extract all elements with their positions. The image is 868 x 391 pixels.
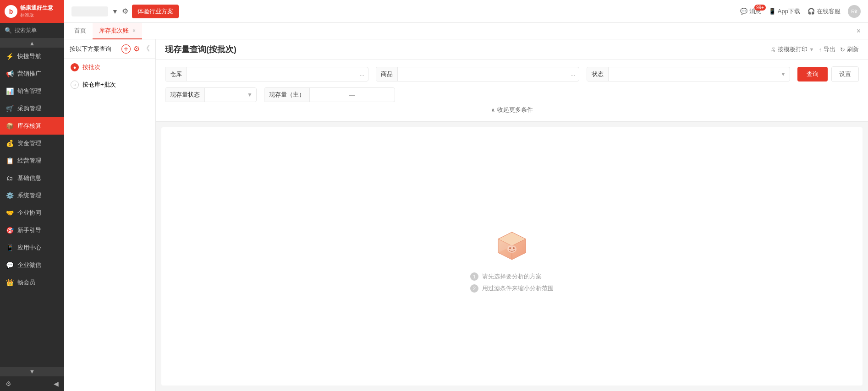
print-button[interactable]: 🖨 按模板打印 ▼ [770, 45, 814, 54]
svg-point-5 [509, 247, 511, 249]
sidebar-item-quick-nav[interactable]: ⚡ 快捷导航 [0, 48, 64, 65]
hint-num-1: 1 [470, 272, 478, 281]
topbar-gear-icon[interactable]: ⚙ [122, 7, 128, 16]
topbar-right: 💬 消息 99+ 📱 App下载 🎧 在线客服 Rit [740, 5, 861, 18]
panel-collapse-icon[interactable]: 《 [143, 44, 150, 54]
scheme-by-warehouse-batch-label: 按仓库+批次 [82, 81, 116, 89]
sidebar-title: 畅康通好生意 标准版 [20, 5, 53, 18]
sidebar-item-system[interactable]: ⚙️ 系统管理 [0, 187, 64, 204]
empty-illustration [489, 221, 535, 262]
stock-qty-from-input[interactable] [310, 92, 346, 98]
tab-close-icon[interactable]: × [132, 28, 136, 33]
sidebar-item-finance[interactable]: 💰 资金管理 [0, 135, 64, 152]
sidebar-item-label: 库存核算 [17, 122, 41, 130]
app-download-icon: 📱 [769, 8, 776, 15]
quick-nav-icon: ⚡ [5, 52, 14, 60]
sidebar-item-purchase[interactable]: 🛒 采购管理 [0, 100, 64, 117]
warehouse-label: 仓库 [165, 67, 187, 81]
sidebar-item-app[interactable]: 📱 应用中心 [0, 239, 64, 256]
export-icon: ↑ [819, 46, 822, 53]
sidebar-item-member[interactable]: 👑 畅会员 [0, 274, 64, 291]
basic-icon: 🗂 [5, 174, 14, 182]
product-more-icon[interactable]: ... [567, 71, 579, 77]
filter-area: 仓库 ... 商品 ... 状态 ▼ 查询 [156, 60, 868, 122]
sidebar-item-label: 销售管理 [17, 87, 41, 95]
sidebar-item-label: 快捷导航 [17, 52, 41, 60]
tab-close-all-button[interactable]: × [853, 27, 864, 35]
search-icon: 🔍 [5, 27, 12, 34]
print-dropdown-icon[interactable]: ▼ [809, 47, 814, 52]
refresh-button[interactable]: ↻ 刷新 [840, 45, 859, 54]
sidebar-item-label: 畅会员 [17, 278, 35, 287]
add-scheme-button[interactable]: + [121, 44, 131, 54]
tab-home[interactable]: 首页 [68, 23, 93, 39]
sidebar-item-label: 系统管理 [17, 191, 41, 200]
stock-status-field: 现存量状态 ▼ [165, 87, 257, 102]
status-dropdown-icon[interactable]: ▼ [777, 71, 790, 77]
page-header: 现存量查询(按批次) 🖨 按模板打印 ▼ ↑ 导出 ↻ 刷新 [156, 39, 868, 60]
sidebar-item-guide[interactable]: 🎯 新手引导 [0, 222, 64, 239]
scheme-item-by-warehouse-batch[interactable]: ○ 按仓库+批次 [64, 76, 155, 93]
print-icon: 🖨 [770, 46, 776, 53]
sidebar-item-label: 资金管理 [17, 139, 41, 147]
experience-btn[interactable]: 体验行业方案 [132, 5, 179, 18]
settings-button[interactable]: 设置 [831, 66, 859, 82]
scheme-settings-icon[interactable]: ⚙ [133, 44, 140, 53]
sidebar-scroll-up[interactable]: ▲ [0, 38, 64, 48]
product-input[interactable] [398, 71, 567, 78]
sidebar-item-sales[interactable]: 📊 销售管理 [0, 82, 64, 100]
wechat-icon: 💬 [5, 261, 14, 269]
user-item[interactable]: Rit [848, 5, 861, 18]
hint-text-2: 用过滤条件来缩小分析范围 [482, 284, 554, 293]
sidebar-item-operations[interactable]: 📋 经营管理 [0, 152, 64, 169]
scheme-item-by-batch[interactable]: ● 按批次 [64, 59, 155, 76]
app-download-item[interactable]: 📱 App下载 [769, 7, 800, 16]
warehouse-input[interactable] [187, 71, 356, 78]
topbar: ▼ ⚙ 体验行业方案 💬 消息 99+ 📱 App下载 🎧 在线客服 Rit [64, 0, 868, 23]
sidebar-item-wechat[interactable]: 💬 企业微信 [0, 256, 64, 274]
topbar-dropdown-button[interactable]: ▼ [112, 8, 118, 15]
settings-bottom-icon[interactable]: ⚙ [5, 380, 11, 387]
content-area: 按以下方案查询 + ⚙ 《 ● 按批次 ○ 按仓库+批次 现存量查询(按批次) [64, 39, 868, 391]
sidebar-scroll-down[interactable]: ▼ [0, 367, 64, 376]
product-field: 商品 ... [376, 67, 579, 81]
breadcrumb-input[interactable] [71, 6, 108, 16]
empty-icon [489, 221, 535, 263]
search-menu-label: 搜索菜单 [15, 27, 37, 34]
filter-row-2: 现存量状态 ▼ 现存量（主） — [165, 87, 859, 102]
tab-inventory-batch[interactable]: 库存批次账 × [93, 23, 142, 39]
stock-qty-to-input[interactable] [358, 92, 395, 98]
export-button[interactable]: ↑ 导出 [819, 45, 836, 54]
right-panel: 现存量查询(按批次) 🖨 按模板打印 ▼ ↑ 导出 ↻ 刷新 [156, 39, 868, 391]
edition-label: 标准版 [20, 12, 53, 18]
collab-icon: 🤝 [5, 209, 14, 217]
search-menu-item[interactable]: 🔍 搜索菜单 [0, 23, 64, 38]
sidebar-item-inventory[interactable]: 📦 库存核算 [0, 117, 64, 135]
sidebar-item-label: 采购管理 [17, 104, 41, 113]
left-panel-actions: + ⚙ 《 [121, 44, 150, 54]
sidebar-item-label: 营销推广 [17, 70, 41, 78]
sidebar-item-marketing[interactable]: 📢 营销推广 [0, 65, 64, 82]
online-service-item[interactable]: 🎧 在线客服 [808, 7, 841, 16]
sidebar-item-basic[interactable]: 🗂 基础信息 [0, 169, 64, 187]
query-button[interactable]: 查询 [797, 67, 828, 81]
message-icon: 💬 [740, 8, 747, 15]
sidebar: b 畅康通好生意 标准版 🔍 搜索菜单 ▲ ⚡ 快捷导航 📢 营销推广 📊 销售… [0, 0, 64, 391]
warehouse-more-icon[interactable]: ... [356, 71, 368, 77]
left-panel: 按以下方案查询 + ⚙ 《 ● 按批次 ○ 按仓库+批次 [64, 39, 156, 391]
stock-qty-label: 现存量（主） [264, 88, 310, 102]
topbar-left: ▼ ⚙ 体验行业方案 [71, 5, 736, 18]
messages-item[interactable]: 💬 消息 99+ [740, 7, 761, 16]
collapse-sidebar-icon[interactable]: ◀ [54, 380, 59, 387]
sidebar-item-label: 新手引导 [17, 226, 41, 234]
stock-status-arrow[interactable]: ▼ [243, 92, 256, 98]
refresh-icon: ↻ [840, 46, 845, 53]
page-title: 现存量查询(按批次) [165, 44, 236, 55]
svg-point-6 [513, 247, 515, 249]
sidebar-item-label: 经营管理 [17, 157, 41, 165]
sidebar-item-collab[interactable]: 🤝 企业协同 [0, 204, 64, 222]
app-download-label: App下载 [778, 7, 800, 16]
collapse-more-button[interactable]: ∧ 收起更多条件 [165, 102, 859, 115]
company-name: 畅康通好生意 [20, 5, 53, 12]
empty-hints: 1 请先选择要分析的方案 2 用过滤条件来缩小分析范围 [470, 272, 554, 293]
